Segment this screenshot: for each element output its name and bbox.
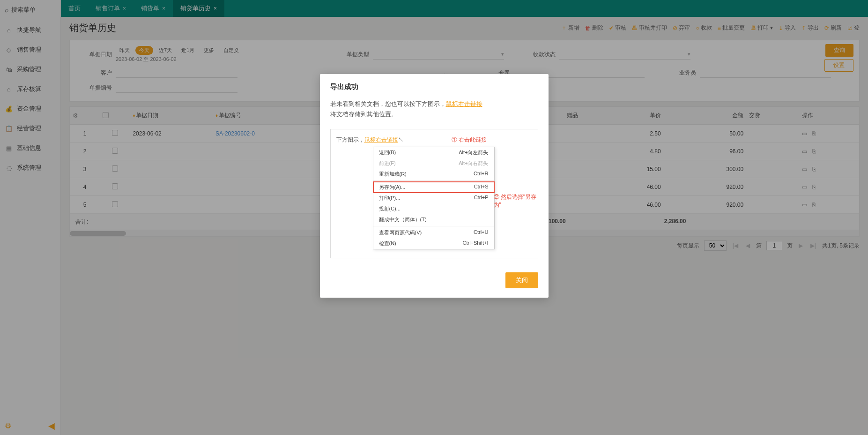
ctx-label: 投射(C)...: [379, 205, 401, 212]
context-menu-illus: 返回(B)Alt+向左箭头前进(F)Alt+向右箭头重新加载(R)Ctrl+R另…: [373, 147, 495, 249]
illus-link: 鼠标右击链接: [364, 136, 398, 143]
ctx-shortcut: Ctrl+S: [474, 184, 489, 191]
dialog-text-1a: 若未看到相关文档，您也可以按下方图示，: [330, 100, 446, 107]
ctx-shortcut: Ctrl+P: [474, 195, 489, 202]
export-success-dialog: 导出成功 若未看到相关文档，您也可以按下方图示，鼠标右击链接 将文档存储到其他位…: [320, 74, 549, 298]
ctx-label: 重新加载(R): [379, 171, 407, 178]
ctx-item: 另存为(A)...Ctrl+S: [373, 182, 494, 193]
dialog-title: 导出成功: [320, 74, 549, 96]
ctx-label: 前进(F): [379, 160, 396, 167]
ctx-shortcut: Alt+向右箭头: [459, 160, 488, 167]
ctx-shortcut: Ctrl+R: [474, 171, 488, 178]
ctx-item: 检查(N)Ctrl+Shift+I: [373, 238, 494, 249]
cursor-icon: ↖: [398, 136, 404, 143]
close-button[interactable]: 关闭: [505, 272, 538, 288]
ctx-item: 投射(C)...: [373, 203, 494, 214]
dialog-text-2: 将文档存储到其他位置。: [330, 111, 397, 118]
modal-overlay: 导出成功 若未看到相关文档，您也可以按下方图示，鼠标右击链接 将文档存储到其他位…: [0, 0, 868, 435]
ctx-item: 前进(F)Alt+向右箭头: [373, 158, 494, 169]
right-click-link[interactable]: 鼠标右击链接: [446, 100, 482, 107]
ctx-item: 重新加载(R)Ctrl+R: [373, 169, 494, 180]
ctx-item: 返回(B)Alt+向左箭头: [373, 147, 494, 158]
ctx-item: 查看网页源代码(V)Ctrl+U: [373, 227, 494, 238]
ctx-label: 查看网页源代码(V): [379, 229, 422, 236]
ctx-item: 翻成中文（简体）(T): [373, 214, 494, 225]
annotation-2: ② 然后选择"另存为": [494, 193, 538, 209]
illustration: 下方图示，鼠标右击链接↖ ① 右击此链接 返回(B)Alt+向左箭头前进(F)A…: [330, 129, 538, 258]
annotation-1: ① 右击此链接: [452, 136, 487, 144]
ctx-shortcut: Alt+向左箭头: [459, 149, 488, 156]
ctx-shortcut: Ctrl+Shift+I: [462, 240, 488, 247]
ctx-label: 另存为(A)...: [379, 184, 406, 191]
ctx-label: 翻成中文（简体）(T): [379, 216, 427, 223]
ctx-item: 打印(P)...Ctrl+P: [373, 193, 494, 203]
illus-text-a: 下方图示，: [336, 136, 364, 143]
ctx-label: 返回(B): [379, 149, 396, 156]
ctx-shortcut: Ctrl+U: [474, 229, 488, 236]
ctx-label: 检查(N): [379, 240, 396, 247]
ctx-label: 打印(P)...: [379, 195, 401, 202]
